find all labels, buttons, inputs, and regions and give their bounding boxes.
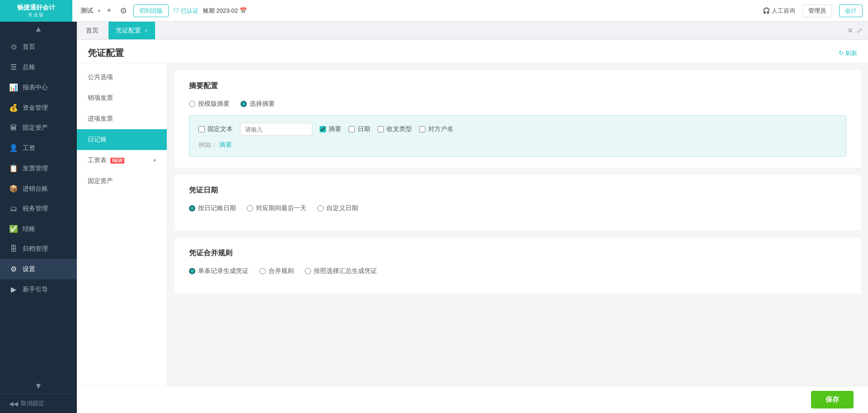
shield-icon: 🛡	[173, 7, 179, 14]
sidebar-item-funds[interactable]: 💰 资金管理	[0, 98, 77, 118]
top-right-actions: 🎧 人工咨询 管理员 会计	[763, 5, 863, 17]
nav-arrow-icon: ▾	[153, 157, 156, 164]
sidebar-scroll-down[interactable]: ▼	[0, 379, 77, 394]
top-bar: 畅捷通好会计 专业版 测试 ▾ + ⚙ 切到旧版 🛡 已认证 账期 2023-0…	[0, 0, 868, 22]
fixed-text-checkbox[interactable]	[198, 126, 205, 132]
sidebar-item-salary[interactable]: 👤 工资	[0, 138, 77, 158]
sidebar-item-guide[interactable]: ▶ 新手引导	[0, 279, 77, 300]
sidebar-item-ledger[interactable]: ☰ 总账	[0, 57, 77, 77]
sidebar-item-label: 资金管理	[23, 104, 48, 112]
period-last-option[interactable]: 对应期间最后一天	[247, 204, 307, 212]
select-merge-option[interactable]: 按照选择汇总生成凭证	[305, 267, 377, 275]
page-title: 凭证配置	[88, 47, 124, 59]
refresh-icon: ↻	[839, 50, 844, 56]
custom-date-radio[interactable]	[317, 205, 324, 211]
pay-type-checkbox-option[interactable]: 收支类型	[377, 125, 412, 133]
ledger-icon: ☰	[9, 63, 18, 71]
summary-checkbox[interactable]	[320, 126, 326, 132]
add-button[interactable]: +	[105, 4, 113, 17]
nav-item-public[interactable]: 公共选项	[77, 67, 167, 88]
tab-close-button[interactable]: ×	[145, 28, 148, 33]
summary-detail-box: 固定文本 摘要 日期	[189, 115, 846, 157]
admin-button[interactable]: 管理员	[802, 5, 832, 17]
sidebar-scroll-up[interactable]: ▲	[0, 22, 77, 37]
tab-bar: 首页 凭证配置 × ✕ ⤢	[77, 22, 868, 40]
save-button[interactable]: 保存	[811, 391, 854, 408]
tax-icon: 🗂	[9, 205, 18, 213]
select-summary-option[interactable]: 选择摘要	[241, 100, 275, 108]
page-header: 凭证配置 ↻ 刷新	[77, 40, 868, 63]
nav-item-salary-table[interactable]: 工资表 NEW ▾	[77, 150, 167, 171]
tab-home[interactable]: 首页	[77, 22, 108, 39]
custom-date-option[interactable]: 自定义日期	[317, 204, 358, 212]
company-dropdown-icon[interactable]: ▾	[98, 8, 100, 14]
app-logo: 畅捷通好会计 专业版	[0, 0, 72, 22]
cancel-pin-button[interactable]: ◀◀ 取消固定	[0, 394, 77, 413]
date-section-title: 凭证日期	[189, 186, 846, 195]
config-layout: 公共选项 销项发票 进项发票 日记账 工资表 NEW	[77, 63, 868, 386]
verified-badge: 🛡 已认证	[173, 7, 198, 15]
template-summary-radio[interactable]	[189, 101, 195, 107]
merge-rule-radio[interactable]	[259, 268, 266, 274]
sidebar-item-label: 税务管理	[23, 205, 48, 213]
sidebar-item-archive[interactable]: 🗄 归档管理	[0, 239, 77, 259]
template-summary-option[interactable]: 按模版摘要	[189, 100, 230, 108]
single-voucher-radio[interactable]	[189, 268, 195, 274]
sidebar-item-settings[interactable]: ⚙ 设置	[0, 259, 77, 279]
counterpart-checkbox-option[interactable]: 对方户名	[419, 125, 453, 133]
sidebar-item-label: 首页	[23, 43, 35, 51]
sidebar-item-label: 报表中心	[23, 84, 48, 92]
sidebar-item-label: 归档管理	[23, 245, 48, 253]
pay-type-checkbox[interactable]	[377, 126, 384, 132]
sidebar: ▲ ⊙ 首页 ☰ 总账 📊 报表中心 💰 资金管理 🏛 固定资产	[0, 22, 77, 413]
switch-old-version-button[interactable]: 切到旧版	[133, 5, 169, 17]
tab-voucher-config[interactable]: 凭证配置 ×	[108, 22, 155, 39]
date-checkbox-option[interactable]: 日期	[349, 125, 370, 133]
salary-table-label: 工资表 NEW	[88, 156, 124, 164]
maximize-window-button[interactable]: ⤢	[857, 26, 863, 35]
nav-item-purchase[interactable]: 进项发票	[77, 108, 167, 129]
headset-icon: 🎧	[763, 7, 770, 14]
sidebar-item-home[interactable]: ⊙ 首页	[0, 37, 77, 57]
journal-date-option[interactable]: 按日记账日期	[189, 204, 236, 212]
sidebar-item-report[interactable]: 📊 报表中心	[0, 77, 77, 98]
close-window-button[interactable]: ✕	[847, 26, 853, 35]
nav-item-sales[interactable]: 销项发票	[77, 88, 167, 108]
settings-sidebar-icon: ⚙	[9, 265, 18, 273]
counterpart-checkbox[interactable]	[419, 126, 425, 132]
sidebar-item-label: 固定资产	[23, 124, 48, 132]
trade-icon: 📦	[9, 184, 18, 193]
fixed-text-checkbox-option[interactable]: 固定文本	[198, 125, 233, 133]
journal-date-radio[interactable]	[189, 205, 195, 211]
sidebar-item-label: 结账	[23, 225, 35, 233]
summary-section-title: 摘要配置	[189, 81, 846, 91]
accountant-button[interactable]: 会计	[839, 5, 863, 17]
select-merge-radio[interactable]	[305, 268, 311, 274]
sidebar-item-label: 进销台账	[23, 185, 48, 193]
consult-button[interactable]: 🎧 人工咨询	[763, 7, 795, 15]
example-row: 例如： 摘要	[198, 141, 837, 149]
sidebar-item-closing[interactable]: ✅ 结账	[0, 219, 77, 239]
nav-item-fixed-asset[interactable]: 固定资产	[77, 171, 167, 192]
sidebar-item-invoice[interactable]: 📋 发票管理	[0, 158, 77, 178]
salary-icon: 👤	[9, 144, 18, 152]
sidebar-item-trade[interactable]: 📦 进销台账	[0, 178, 77, 199]
refresh-button[interactable]: ↻ 刷新	[839, 49, 857, 57]
date-checkbox[interactable]	[349, 126, 355, 132]
calendar-icon[interactable]: 📅	[240, 7, 247, 14]
merge-rule-option[interactable]: 合并规则	[259, 267, 294, 275]
date-radio-group: 按日记账日期 对应期间最后一天 自定义日期	[189, 204, 846, 212]
left-nav: 公共选项 销项发票 进项发票 日记账 工资表 NEW	[77, 63, 167, 386]
single-voucher-option[interactable]: 单条记录生成凭证	[189, 267, 249, 275]
sidebar-item-assets[interactable]: 🏛 固定资产	[0, 118, 77, 138]
sidebar-item-tax[interactable]: 🗂 税务管理	[0, 199, 77, 219]
sidebar-item-label: 新手引导	[23, 286, 48, 294]
window-buttons: ✕ ⤢	[847, 26, 868, 35]
period-last-radio[interactable]	[247, 205, 253, 211]
settings-icon[interactable]: ⚙	[118, 4, 129, 18]
summary-checkbox-option[interactable]: 摘要	[320, 125, 341, 133]
select-summary-radio[interactable]	[241, 101, 247, 107]
report-icon: 📊	[9, 83, 18, 92]
nav-item-journal[interactable]: 日记账	[77, 129, 167, 150]
fixed-text-input[interactable]	[240, 123, 312, 136]
